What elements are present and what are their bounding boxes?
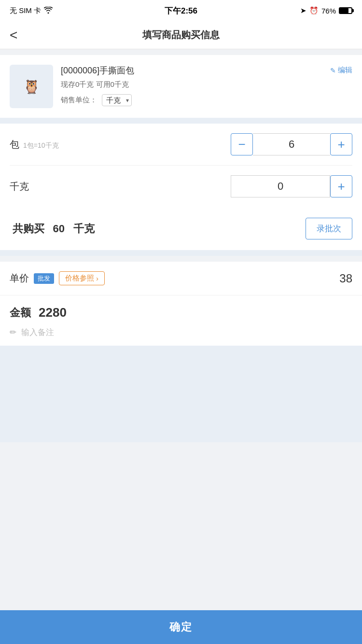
edit-label: 编辑 [338, 66, 352, 75]
product-stock: 现存0千克 可用0千克 [61, 80, 352, 89]
qty-section: 包1包=10千克 − + 千克 + [0, 124, 362, 207]
price-row: 单价 批发 价格参照 › 38 [10, 271, 352, 285]
price-value: 38 [339, 272, 352, 285]
battery-icon [339, 7, 352, 14]
kg-qty-row: 千克 + [10, 166, 352, 207]
price-ref-arrow: › [96, 274, 98, 282]
edit-button[interactable]: ✎ 编辑 [330, 66, 352, 75]
unit-label: 销售单位： [61, 96, 97, 105]
price-label: 单价 [10, 272, 29, 285]
edit-icon: ✎ [330, 67, 336, 74]
wifi-icon [44, 7, 53, 15]
package-qty-input[interactable] [253, 133, 330, 155]
battery-label: 76% [321, 7, 336, 15]
amount-section: 金额 2280 ✏ 输入备注 [0, 295, 362, 346]
summary-text: 共购买 60 千克 [10, 222, 97, 236]
section-divider-2 [0, 250, 362, 256]
package-qty-row: 包1包=10千克 − + [10, 124, 352, 166]
kg-label: 千克 [10, 180, 231, 193]
package-plus-button[interactable]: + [330, 133, 352, 155]
product-unit-row: 销售单位： 千克 [61, 94, 352, 106]
amount-label: 金额 [10, 306, 31, 320]
alarm-icon: ⏰ [309, 6, 319, 15]
time-label: 下午2:56 [165, 5, 197, 16]
package-label: 包1包=10千克 [10, 138, 231, 151]
page-title: 填写商品购买信息 [142, 28, 220, 42]
unit-select-wrap[interactable]: 千克 [102, 94, 132, 106]
remark-row[interactable]: ✏ 输入备注 [10, 327, 352, 338]
amount-row: 金额 2280 [10, 305, 352, 320]
carrier-label: 无 SIM 卡 [10, 6, 41, 15]
amount-value: 2280 [39, 305, 67, 320]
package-qty-controls: − + [231, 133, 352, 155]
price-ref-button[interactable]: 价格参照 › [59, 271, 105, 285]
product-info: [0000006]手撕面包 现存0千克 可用0千克 销售单位： 千克 [61, 65, 352, 106]
confirm-button[interactable]: 确定 [0, 610, 362, 644]
price-ref-label: 价格参照 [65, 274, 94, 283]
kg-plus-button[interactable]: + [330, 175, 352, 197]
package-minus-button[interactable]: − [231, 133, 253, 155]
kg-qty-input[interactable] [231, 175, 330, 197]
product-thumbnail: 🦉 [10, 65, 53, 108]
status-bar: 无 SIM 卡 下午2:56 ➤ ⏰ 76% [0, 0, 362, 21]
section-divider-1 [0, 118, 362, 124]
location-icon: ➤ [300, 6, 306, 15]
price-section: 单价 批发 价格参照 › 38 [0, 262, 362, 295]
summary-row: 共购买 60 千克 录批次 [10, 207, 352, 250]
batch-button[interactable]: 录批次 [306, 218, 352, 239]
package-sublabel: 1包=10千克 [23, 141, 59, 149]
bottom-spacer [0, 346, 362, 442]
price-type-tag: 批发 [34, 273, 54, 284]
kg-qty-right: + [231, 175, 352, 197]
nav-bar: < 填写商品购买信息 [0, 21, 362, 49]
remark-placeholder[interactable]: 输入备注 [21, 327, 54, 338]
summary-section: 共购买 60 千克 录批次 [0, 207, 362, 250]
remark-icon: ✏ [10, 327, 16, 337]
product-thumb-icon: 🦉 [23, 79, 40, 95]
product-card: 🦉 [0000006]手撕面包 现存0千克 可用0千克 销售单位： 千克 ✎ 编… [0, 55, 362, 118]
product-name: [0000006]手撕面包 [61, 65, 352, 76]
unit-select[interactable]: 千克 [102, 94, 132, 106]
back-button[interactable]: < [10, 28, 17, 43]
